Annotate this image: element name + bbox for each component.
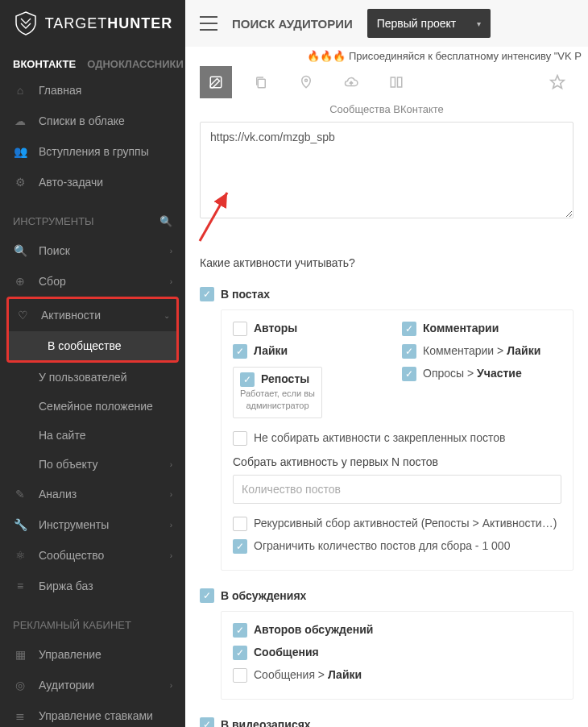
- logo-text: TARGETHUNTER: [45, 15, 173, 32]
- svg-point-2: [305, 79, 308, 81]
- nav-exchange[interactable]: ≡ Биржа баз: [0, 571, 185, 601]
- chevron-right-icon: ›: [170, 681, 172, 690]
- videos-header: В видеозаписях: [221, 718, 311, 727]
- nav-label: Вступления в группы: [39, 145, 149, 158]
- reposts-note-2: администратор: [240, 401, 315, 411]
- chevron-right-icon: ›: [170, 551, 172, 560]
- discussions-section: ✓ Авторов обсуждений ✓ Сообщения Сообщен…: [221, 611, 574, 700]
- nav-ads-audiences[interactable]: ◎ Аудитории ›: [0, 670, 185, 700]
- comments-likes-label: Комментарии > Лайки: [423, 344, 540, 357]
- banner-text: Присоединяйся к бесплатному интенсиву "V…: [349, 50, 582, 62]
- chevron-right-icon: ›: [170, 247, 172, 255]
- sub-marital[interactable]: Семейное положение: [0, 392, 185, 421]
- nav-group-joins[interactable]: 👥 Вступления в группы: [0, 136, 185, 167]
- logo[interactable]: TARGETHUNTER: [0, 10, 185, 36]
- nav-auto-tasks[interactable]: ⚙ Авто-задачи: [0, 167, 185, 197]
- edit-tool-button[interactable]: [200, 66, 232, 98]
- checkbox-reposts[interactable]: ✓: [240, 372, 255, 387]
- checkbox-limit-1000[interactable]: ✓: [233, 539, 247, 554]
- checkbox-posts[interactable]: ✓: [200, 287, 214, 301]
- ads-section-header: РЕКЛАМНЫЙ КАБИНЕТ: [13, 619, 131, 631]
- posts-count-input[interactable]: [233, 475, 561, 504]
- nav-search[interactable]: 🔍 Поиск ›: [0, 235, 185, 266]
- chevron-right-icon: ›: [170, 521, 172, 530]
- list-icon: ≡: [13, 580, 27, 592]
- checkbox-comments-likes[interactable]: ✓: [402, 344, 416, 359]
- chevron-down-icon: ▾: [477, 19, 481, 28]
- sub-on-site[interactable]: На сайте: [0, 421, 185, 450]
- search-icon: 🔍: [13, 244, 27, 257]
- checkbox-videos[interactable]: ✓: [200, 717, 214, 727]
- checkbox-comments[interactable]: ✓: [402, 322, 416, 336]
- nav-instruments[interactable]: 🔧 Инструменты ›: [0, 509, 185, 540]
- nav-collect[interactable]: ⊕ Сбор ›: [0, 266, 185, 297]
- likes-label: Лайки: [254, 344, 288, 357]
- promo-banner[interactable]: 🔥🔥🔥 Присоединяйся к бесплатному интенсив…: [185, 47, 588, 64]
- cloud-icon: ☁: [13, 114, 27, 127]
- community-icon: ⚛: [13, 549, 27, 562]
- checkbox-post-likes[interactable]: ✓: [233, 344, 247, 359]
- project-selected-label: Первый проект: [377, 17, 456, 30]
- toolbar: [185, 64, 588, 100]
- sub-label: В сообществе: [48, 339, 122, 352]
- sub-users[interactable]: У пользователей: [0, 363, 185, 392]
- svg-rect-1: [258, 79, 265, 88]
- discussions-header: В обсуждениях: [221, 589, 306, 602]
- copy-tool-button[interactable]: [245, 66, 277, 98]
- hamburger-menu-icon[interactable]: [200, 16, 217, 31]
- tab-odnoklassniki[interactable]: ОДНОКЛАССНИКИ: [87, 58, 184, 70]
- book-tool-button[interactable]: [380, 66, 412, 98]
- search-icon[interactable]: 🔍: [159, 215, 172, 227]
- checkbox-skip-pinned[interactable]: [233, 431, 247, 446]
- main-content: 🔥🔥🔥 Присоединяйся к бесплатному интенсив…: [185, 47, 588, 727]
- authors-label: Авторы: [254, 322, 297, 334]
- polls-label: Опросы > Участие: [423, 367, 522, 380]
- chevron-right-icon: ›: [170, 277, 172, 286]
- sub-community[interactable]: В сообществе: [9, 331, 176, 360]
- favorite-star-button[interactable]: [541, 66, 574, 98]
- sub-label: По объекту: [39, 458, 97, 471]
- checkbox-messages[interactable]: ✓: [233, 646, 247, 660]
- nav-ads-manage[interactable]: ▦ Управление: [0, 639, 185, 670]
- nav-label: Активности: [41, 309, 101, 322]
- nav-label: Управление: [39, 648, 101, 661]
- checkbox-discussions[interactable]: ✓: [200, 588, 214, 603]
- sub-label: Семейное положение: [39, 400, 153, 413]
- reposts-note-1: Работает, если вы: [240, 388, 315, 399]
- tab-vkontakte[interactable]: ВКОНТАКТЕ: [13, 58, 76, 70]
- communities-label: Сообщества ВКонтакте: [185, 100, 588, 122]
- svg-marker-3: [551, 76, 565, 89]
- messages-likes-label: Сообщения > Лайки: [254, 668, 362, 681]
- checkbox-authors[interactable]: [233, 322, 247, 336]
- svg-rect-0: [210, 77, 222, 88]
- checkbox-messages-likes[interactable]: [233, 668, 247, 683]
- sub-label: На сайте: [39, 429, 85, 442]
- posts-header: В постах: [221, 288, 270, 301]
- nav-analysis[interactable]: ✎ Анализ ›: [0, 479, 185, 509]
- nav-ads-bids[interactable]: ≣ Управление ставками: [0, 700, 185, 727]
- communities-url-input[interactable]: [200, 122, 574, 218]
- sub-by-object[interactable]: По объекту ›: [0, 450, 185, 479]
- nav-label: Аудитории: [39, 679, 94, 692]
- fire-icon: 🔥🔥🔥: [307, 50, 346, 62]
- nav-activities[interactable]: ♡ Активности ⌄: [9, 299, 176, 331]
- nav-label: Авто-задачи: [39, 176, 103, 189]
- chevron-right-icon: ›: [170, 490, 172, 499]
- nav-label: Сообщество: [39, 549, 104, 562]
- nav-cloud-lists[interactable]: ☁ Списки в облаке: [0, 106, 185, 136]
- nav-label: Инструменты: [39, 518, 109, 531]
- comments-label: Комментарии: [423, 322, 499, 334]
- messages-label: Сообщения: [254, 646, 319, 658]
- nav-home[interactable]: ⌂ Главная: [0, 75, 185, 106]
- checkbox-discussion-authors[interactable]: ✓: [233, 623, 247, 638]
- sidebar: ВКОНТАКТЕ ОДНОКЛАССНИКИ ⌂ Главная ☁ Спис…: [0, 47, 185, 727]
- magnify-icon: ⊕: [13, 275, 27, 288]
- analysis-icon: ✎: [13, 488, 27, 501]
- project-selector[interactable]: Первый проект ▾: [367, 9, 491, 38]
- chevron-right-icon: ›: [170, 460, 172, 469]
- location-tool-button[interactable]: [290, 66, 322, 98]
- checkbox-polls[interactable]: ✓: [402, 367, 416, 381]
- nav-community[interactable]: ⚛ Сообщество ›: [0, 540, 185, 571]
- checkbox-recursive[interactable]: [233, 517, 247, 531]
- cloud-upload-tool-button[interactable]: [335, 66, 367, 98]
